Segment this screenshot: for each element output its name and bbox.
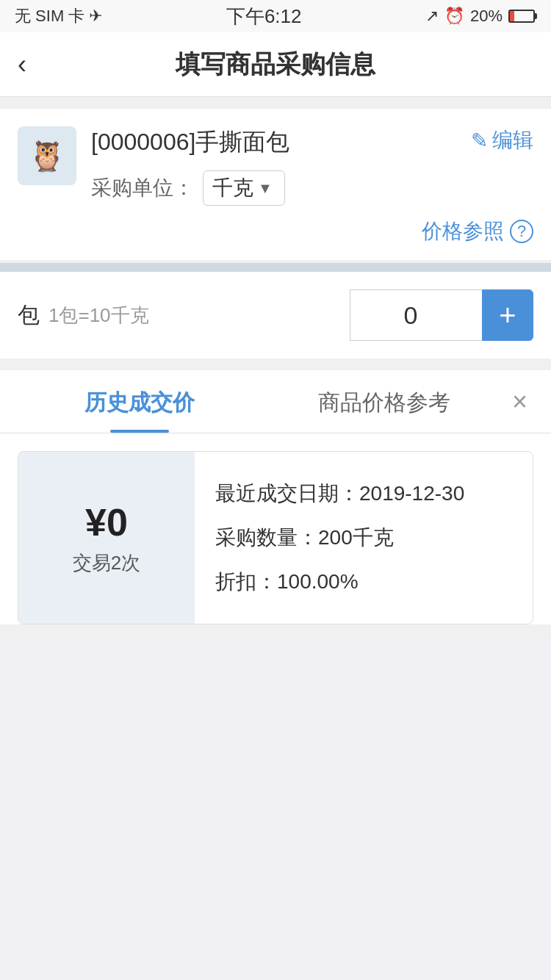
currency-symbol: ¥ <box>85 501 107 544</box>
product-card: 🦉 [0000006]手撕面包 采购单位： 千克 ▼ ✎ 编辑 价格参照 ? <box>0 109 551 260</box>
unit-selector[interactable]: 千克 ▼ <box>203 170 285 206</box>
tab-active-indicator <box>110 430 169 433</box>
discount-row: 折扣：100.00% <box>215 566 512 597</box>
tab-section: 历史成交价 商品价格参考 × ¥0 交易2次 最近成交日期：2019-12-30… <box>0 370 551 624</box>
quantity-row: 包 1包=10千克 + <box>0 272 551 359</box>
price-amount: ¥0 <box>85 500 128 544</box>
discount-label: 折扣： <box>215 570 277 593</box>
tab-close-button[interactable]: × <box>506 381 533 423</box>
unit-value: 千克 <box>212 174 253 202</box>
back-button[interactable]: ‹ <box>18 49 26 80</box>
status-bar: 无 SIM 卡 ✈ 下午6:12 ↗ ⏰ 20% <box>0 0 551 32</box>
recent-date-row: 最近成交日期：2019-12-30 <box>215 478 512 509</box>
quantity-unit-label: 包 <box>18 300 40 331</box>
quantity-unit-info: 1包=10千克 <box>48 303 350 328</box>
help-icon[interactable]: ? <box>510 220 533 243</box>
edit-label: 编辑 <box>492 126 533 154</box>
price-detail-panel: 最近成交日期：2019-12-30 采购数量：200千克 折扣：100.00% <box>195 452 533 624</box>
quantity-input[interactable] <box>350 289 482 341</box>
main-background <box>0 642 551 980</box>
product-info: [0000006]手撕面包 采购单位： 千克 ▼ <box>91 126 289 206</box>
price-ref-link[interactable]: 价格参照 <box>422 217 504 245</box>
section-divider <box>0 263 551 272</box>
tab-history-price[interactable]: 历史成交价 <box>18 370 262 433</box>
discount-value: 100.00% <box>277 570 359 593</box>
status-time: 下午6:12 <box>226 4 302 29</box>
purchase-qty-label: 采购数量： <box>215 526 318 549</box>
nav-bar: ‹ 填写商品采购信息 <box>0 32 551 97</box>
recent-date-label: 最近成交日期： <box>215 482 359 505</box>
chevron-down-icon: ▼ <box>258 180 273 197</box>
purchase-qty-row: 采购数量：200千克 <box>215 522 512 553</box>
price-summary-panel: ¥0 交易2次 <box>18 452 195 624</box>
price-ref-card: ¥0 交易2次 最近成交日期：2019-12-30 采购数量：200千克 折扣：… <box>18 451 533 624</box>
battery-label: 20% <box>470 7 503 26</box>
product-logo-icon: 🦉 <box>29 139 65 173</box>
tab-product-price-ref[interactable]: 商品价格参考 <box>262 370 505 433</box>
battery-icon <box>508 10 536 23</box>
page-title: 填写商品采购信息 <box>176 48 375 82</box>
tab-history-price-label: 历史成交价 <box>84 390 195 414</box>
alarm-icon: ⏰ <box>444 7 464 26</box>
unit-label: 采购单位： <box>91 174 194 202</box>
quantity-input-wrap: + <box>350 289 533 341</box>
tab-product-price-ref-label: 商品价格参考 <box>318 390 450 414</box>
purchase-qty-value: 200千克 <box>318 526 394 549</box>
unit-row: 采购单位： 千克 ▼ <box>91 170 289 206</box>
product-image: 🦉 <box>18 126 76 185</box>
product-name: [0000006]手撕面包 <box>91 126 289 159</box>
tab-bar: 历史成交价 商品价格参考 × <box>0 370 551 433</box>
price-value: 0 <box>107 501 128 544</box>
edit-icon: ✎ <box>471 129 488 153</box>
recent-date-value: 2019-12-30 <box>359 482 464 505</box>
location-icon: ↗ <box>425 7 439 26</box>
price-ref-row: 价格参照 ? <box>422 217 533 245</box>
quantity-plus-button[interactable]: + <box>482 289 533 341</box>
status-left: 无 SIM 卡 ✈ <box>15 5 102 27</box>
trade-count: 交易2次 <box>73 550 140 576</box>
status-right: ↗ ⏰ 20% <box>425 7 536 26</box>
edit-button[interactable]: ✎ 编辑 <box>471 126 533 154</box>
sim-label: 无 SIM 卡 ✈ <box>15 5 102 27</box>
